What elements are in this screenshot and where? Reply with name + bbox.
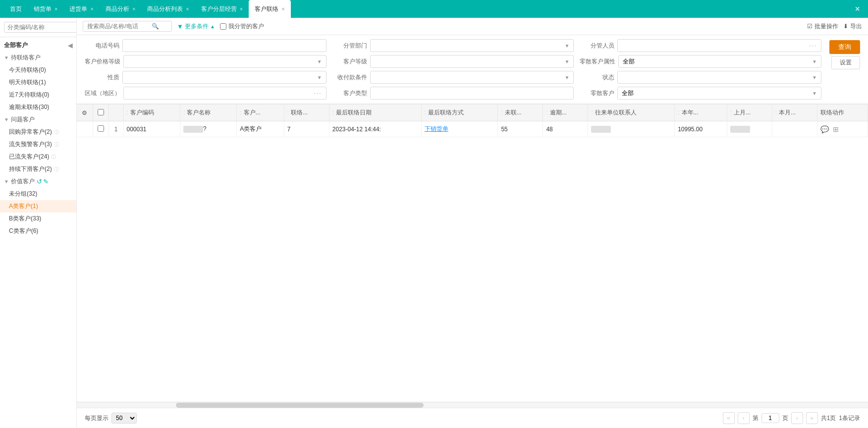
- customer-type-input[interactable]: [370, 87, 574, 100]
- problem-group-header[interactable]: ▼ 问题客户: [0, 113, 76, 126]
- sidebar-item-contact-today[interactable]: 今天待联络(0): [0, 64, 76, 76]
- close-customer-contact[interactable]: ×: [281, 6, 284, 12]
- close-product-analysis-list[interactable]: ×: [186, 6, 189, 12]
- col-actions: 联络动作: [817, 105, 868, 121]
- close-sales-order[interactable]: ×: [54, 6, 57, 12]
- col-contact: :联络...: [284, 105, 329, 121]
- status-field: 状态 ▼: [580, 71, 821, 84]
- nav-product-analysis-list[interactable]: 商品分析列表 ×: [141, 0, 195, 18]
- price-level-arrow-icon: ▼: [317, 59, 322, 64]
- price-level-select[interactable]: ▼: [123, 55, 326, 68]
- col-last-month: :上月...: [727, 105, 772, 121]
- retail-attr-select[interactable]: 全部 ▼: [618, 55, 821, 68]
- sidebar-search-area: 🔍: [0, 18, 76, 37]
- close-purchase-order[interactable]: ×: [90, 6, 93, 12]
- payment-field: 收付款条件 ▼: [332, 71, 574, 84]
- window-close-button[interactable]: ×: [851, 4, 864, 14]
- nav-sales-order[interactable]: 销货单 ×: [28, 0, 63, 18]
- page-size-select[interactable]: 20 50 100: [111, 413, 137, 424]
- pagination: « ‹ 第 页 › » 共1页 1条记录: [723, 412, 860, 424]
- current-page-input[interactable]: [761, 413, 779, 423]
- region-input[interactable]: ···: [123, 87, 326, 100]
- sidebar-item-churn-warning[interactable]: 流失预警客户(3) ⓘ: [0, 138, 76, 151]
- last-method-link[interactable]: 下销货单: [425, 125, 448, 132]
- phone-input[interactable]: [122, 39, 326, 52]
- phone-field: 电话号码: [85, 39, 326, 52]
- sidebar-collapse-icon[interactable]: ◀: [68, 42, 72, 49]
- status-select[interactable]: ▼: [617, 71, 821, 84]
- sidebar-item-contact-overdue[interactable]: 逾期未联络(30): [0, 101, 76, 113]
- region-field: 区域（地区） ···: [85, 87, 326, 100]
- value-group-header[interactable]: ▼ 价值客户 ↺ ✎: [0, 175, 76, 188]
- sidebar-item-declining[interactable]: 持续下滑客户(2) ⓘ: [0, 163, 76, 175]
- col-name: :客户名称: [180, 105, 236, 121]
- filter-search-box: 🔍: [83, 21, 172, 32]
- horizontal-scrollbar[interactable]: [77, 402, 868, 408]
- filter-search-input[interactable]: [87, 23, 152, 30]
- settings-button[interactable]: 设置: [831, 56, 860, 69]
- row-number: 1: [108, 121, 123, 137]
- customer-level-select[interactable]: ▼: [370, 55, 574, 68]
- sidebar-search-input[interactable]: [4, 22, 77, 33]
- payment-select[interactable]: ▼: [370, 71, 574, 84]
- sidebar-item-a-class[interactable]: A类客户(1): [0, 200, 76, 213]
- sidebar-item-repurchase-abnormal[interactable]: 回购异常客户(2) ⓘ: [0, 126, 76, 138]
- query-button[interactable]: 查询: [829, 40, 860, 54]
- row-this-month: [772, 121, 817, 137]
- retail-customer-select[interactable]: 全部 ▼: [617, 87, 821, 100]
- nav-home[interactable]: 首页: [4, 0, 28, 18]
- nav-customer-contact[interactable]: 客户联络 ×: [249, 0, 290, 18]
- masked-name: [183, 126, 203, 133]
- sidebar-item-contact-7days[interactable]: 近7天待联络(0): [0, 89, 76, 101]
- close-product-analysis[interactable]: ×: [132, 6, 135, 12]
- dept-field: 分管部门 ▼: [332, 39, 574, 52]
- sidebar-item-c-class[interactable]: C类客户(6): [0, 225, 76, 237]
- retail-customer-arrow-icon: ▼: [812, 91, 817, 96]
- last-page-button[interactable]: »: [806, 412, 818, 424]
- table-footer: 每页显示 20 50 100 « ‹ 第 页 › » 共1页 1条记录: [77, 408, 868, 428]
- batch-operation-button[interactable]: ☑ 批量操作: [807, 22, 838, 31]
- row-last-month: [727, 121, 772, 137]
- my-customers-checkbox[interactable]: [220, 23, 226, 30]
- payment-arrow-icon: ▼: [564, 75, 569, 80]
- first-page-button[interactable]: «: [723, 412, 735, 424]
- export-button[interactable]: ⬇ 导出: [843, 22, 862, 31]
- col-prev-contact: :往来单位联系人: [588, 105, 675, 121]
- sidebar: 🔍 全部客户 ◀ ▼ 待联络客户 今天待联络(0) 明天待联络(1) 近7天待联…: [0, 18, 77, 428]
- select-all-checkbox[interactable]: [98, 109, 104, 115]
- row-this-year: 10995.00: [675, 121, 727, 137]
- dept-select[interactable]: ▼: [370, 39, 574, 52]
- page-size-selector: 每页显示 20 50 100: [85, 413, 137, 424]
- col-settings[interactable]: ⚙: [77, 105, 93, 121]
- nature-select[interactable]: ▼: [122, 71, 326, 84]
- qr-action-icon[interactable]: ⊞: [833, 125, 839, 133]
- close-customer-segment[interactable]: ×: [240, 6, 243, 12]
- filter-search-icon[interactable]: 🔍: [152, 23, 159, 30]
- prev-page-button[interactable]: ‹: [738, 412, 750, 424]
- value-group-refresh[interactable]: ↺: [37, 178, 42, 185]
- row-type: A类客户: [237, 121, 284, 137]
- sidebar-item-churned[interactable]: 已流失客户(24) ⓘ: [0, 151, 76, 163]
- next-page-button[interactable]: ›: [791, 412, 803, 424]
- col-no: [108, 105, 123, 121]
- sidebar-item-contact-tomorrow[interactable]: 明天待联络(1): [0, 76, 76, 89]
- nav-purchase-order[interactable]: 进货单 ×: [63, 0, 99, 18]
- sidebar-item-unclassified[interactable]: 未分组(32): [0, 188, 76, 200]
- manager-dots-icon: ···: [809, 42, 817, 49]
- status-arrow-icon: ▼: [812, 75, 817, 80]
- row-check-cell: [93, 121, 108, 137]
- col-overdue: :逾期...: [543, 105, 588, 121]
- row-code: 000031: [123, 121, 180, 137]
- region-dots-icon: ···: [314, 90, 322, 97]
- value-group-edit[interactable]: ✎: [43, 178, 49, 185]
- my-customers-filter: 我分管的客户: [220, 22, 264, 31]
- nav-customer-segment[interactable]: 客户分层经营 ×: [195, 0, 249, 18]
- nav-product-analysis[interactable]: 商品分析 ×: [100, 0, 141, 18]
- manager-input[interactable]: ···: [617, 39, 821, 52]
- info-icon-4: ⓘ: [54, 166, 59, 173]
- sidebar-item-b-class[interactable]: B类客户(33): [0, 213, 76, 225]
- contact-group-header[interactable]: ▼ 待联络客户: [0, 52, 76, 64]
- more-filters-button[interactable]: ▼ 更多条件 ▲: [177, 22, 215, 31]
- message-action-icon[interactable]: 💬: [820, 125, 829, 133]
- row-checkbox[interactable]: [98, 125, 104, 132]
